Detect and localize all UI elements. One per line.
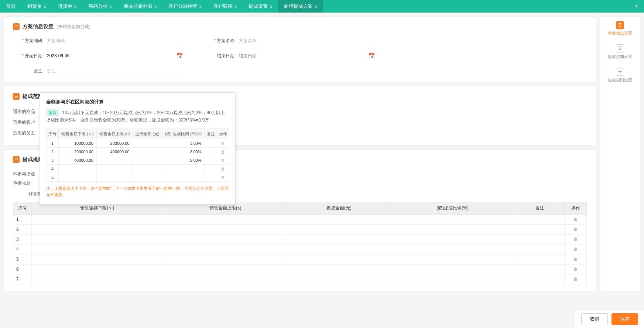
tab-进货单[interactable]: 进货单x (52, 0, 83, 13)
delete-icon[interactable]: 🗑 (573, 257, 578, 262)
delete-icon[interactable]: 🗑 (573, 227, 578, 232)
input-start-date[interactable] (46, 52, 177, 60)
col-seq: 序号 (13, 202, 32, 215)
calendar-icon[interactable]: 📅 (369, 53, 375, 59)
popover-heading: 全额参与所在区间段的计算 (46, 99, 229, 105)
tabs-bar: 首页销货单x进货单x商品分析x商品分析列表x客户分层经营x客户联络x提成设置x新… (0, 0, 644, 13)
label-remark: 备注 (34, 68, 42, 74)
section-icon: ☰ (13, 93, 20, 100)
col-amount: 提成金额(元) (288, 202, 390, 215)
calendar-icon[interactable]: 📅 (177, 53, 183, 59)
anchor-icon: ☰ (616, 44, 624, 52)
table-row[interactable]: 5🗑 (13, 254, 587, 264)
delete-icon[interactable]: 🗑 (573, 237, 578, 242)
tab-close-icon[interactable]: x (155, 4, 157, 8)
rule-table: 序号 销售金额下限(＞) 销售金额上限(≤) 提成金额(元) (或)提成比例(%… (13, 202, 587, 284)
tab-销货单[interactable]: 销货单x (21, 0, 52, 13)
tab-首页[interactable]: 首页 (0, 0, 21, 13)
tab-客户分层经营[interactable]: 客户分层经营x (162, 0, 208, 13)
table-row: 2200000.00400000.003.00%🗑 (47, 147, 229, 156)
popover-table: 序号 销售金额下限 (＞) 销售金额上限 (≤) 提成金额 (元) (或) 提成… (46, 129, 229, 182)
table-row: 5🗑 (47, 173, 229, 181)
table-row: 1100000.00200000.001.00%🗑 (47, 139, 229, 147)
delete-icon[interactable]: 🗑 (573, 247, 578, 252)
tab-close-icon[interactable]: x (235, 4, 237, 8)
tab-新增提成方案[interactable]: 新增提成方案x (278, 0, 323, 13)
input-end-date[interactable] (238, 52, 369, 60)
anchor-icon: ☰ (616, 68, 624, 76)
table-row[interactable]: 6🗑 (13, 264, 587, 274)
delete-icon[interactable]: 🗑 (221, 175, 225, 180)
tab-close-icon[interactable]: x (75, 4, 77, 8)
close-all-tabs-button[interactable]: × (632, 1, 641, 11)
example-popover: 全额参与所在区间段的计算 案例 10万元以下无提成；10~20万元提成比例为1%… (40, 92, 236, 205)
case-tag: 案例 (46, 109, 59, 116)
delete-icon[interactable]: 🗑 (221, 167, 225, 171)
col-action: 操作 (565, 202, 587, 215)
panel-subtitle: (按销售金额提成) (56, 24, 90, 30)
table-row[interactable]: 3🗑 (13, 235, 587, 245)
section-icon: ☰ (13, 156, 20, 163)
section-icon: ☰ (13, 23, 20, 30)
tab-商品分析列表[interactable]: 商品分析列表x (118, 0, 163, 13)
tab-提成设置[interactable]: 提成设置x (243, 0, 278, 13)
popover-note: 注：上限必须大于下限；多个阶梯时，下一个阶梯下限要等于前一阶梯上限；不同行之间下… (46, 185, 229, 198)
anchor-rule[interactable]: ☰ 提成规则设置 (608, 68, 632, 83)
delete-icon[interactable]: 🗑 (221, 158, 225, 163)
panel-plan-info: ☰ 方案信息设置 (按销售金额提成) *方案编码 *方案名称 *开始日期 (4, 16, 596, 82)
table-row[interactable]: 4🗑 (13, 245, 587, 254)
label-name: 方案名称 (217, 38, 234, 43)
tab-客户联络[interactable]: 客户联络x (208, 0, 243, 13)
col-ratio: (或)提成比例(%) (390, 202, 515, 215)
delete-icon[interactable]: 🗑 (221, 150, 225, 154)
delete-icon[interactable]: 🗑 (573, 277, 578, 282)
tab-close-icon[interactable]: x (315, 4, 317, 8)
table-row[interactable]: 1🗑 (13, 215, 587, 225)
info-icon[interactable]: i (197, 132, 202, 136)
table-row: 4🗑 (47, 164, 229, 173)
input-remark[interactable] (46, 67, 183, 75)
tab-close-icon[interactable]: x (199, 4, 202, 8)
anchor-nav: ☰ 方案信息设置 ☰ 提成范围设置 ☰ 提成规则设置 (600, 16, 640, 291)
anchor-plan-info[interactable]: ☰ 方案信息设置 (608, 21, 632, 36)
label-end-date: 结束日期 (217, 53, 234, 58)
tab-close-icon[interactable]: x (110, 4, 112, 8)
tab-close-icon[interactable]: x (270, 4, 272, 8)
delete-icon[interactable]: 🗑 (221, 141, 225, 146)
label-start-date: 开始日期 (25, 53, 42, 58)
panel-title: 方案信息设置 (23, 23, 54, 30)
input-plan-name[interactable] (238, 37, 375, 45)
table-row[interactable]: 2🗑 (13, 225, 587, 235)
col-remark: 备注 (515, 202, 565, 215)
table-row: 3400000.005.00%🗑 (47, 156, 229, 164)
anchor-scope[interactable]: ☰ 提成范围设置 (608, 44, 632, 59)
input-plan-code[interactable] (46, 37, 183, 45)
anchor-icon: ☰ (616, 21, 624, 29)
delete-icon[interactable]: 🗑 (573, 217, 578, 222)
case-text: 10万元以下无提成；10~20万元提成比例为1%；20~40万提成比例为3%；4… (46, 110, 225, 123)
label-code: 方案编码 (25, 38, 42, 43)
tab-close-icon[interactable]: x (44, 4, 46, 8)
delete-icon[interactable]: 🗑 (573, 267, 578, 272)
tab-商品分析[interactable]: 商品分析x (82, 0, 118, 13)
table-row[interactable]: 7🗑 (13, 274, 587, 284)
